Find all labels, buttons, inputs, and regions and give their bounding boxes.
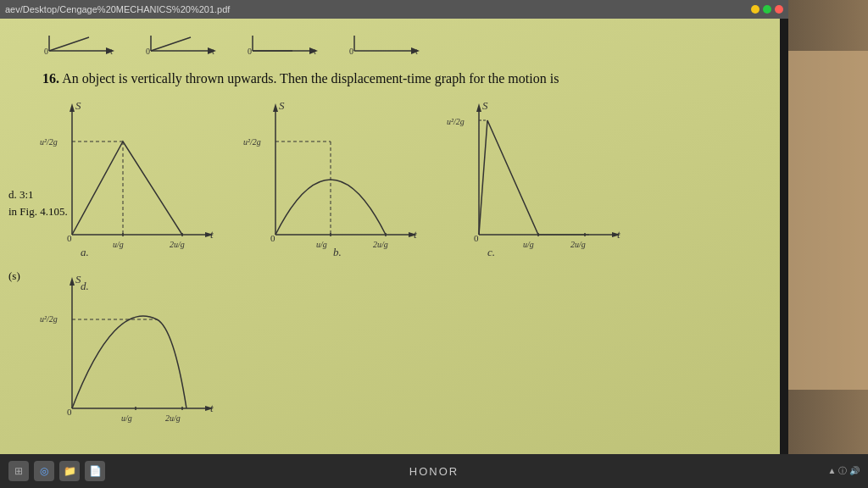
svg-marker-54 (476, 103, 481, 112)
taskbar-icon-files[interactable]: 📁 (59, 461, 80, 481)
strip-graph-1: 0 t (42, 29, 127, 56)
svg-text:u/g: u/g (113, 240, 124, 249)
svg-marker-39 (273, 103, 278, 112)
svg-text:t: t (210, 228, 214, 241)
svg-text:u²/2g: u²/2g (40, 137, 58, 147)
taskbar-icon-start[interactable]: ⊞ (8, 461, 29, 481)
close-icon[interactable] (775, 5, 783, 14)
taskbar-icon-browser[interactable]: ◎ (34, 461, 54, 481)
svg-text:2u/g: 2u/g (170, 240, 185, 249)
taskbar-right: ▲ ⓘ 🔊 (828, 465, 860, 477)
graphs-container: S t 0 u²/2g u/g 2u/g a. (38, 99, 763, 438)
svg-text:b.: b. (333, 246, 342, 258)
files-icon: 📁 (64, 465, 76, 478)
svg-line-11 (151, 37, 191, 51)
taskbar-icons: ⊞ ◎ 📁 📄 (8, 461, 105, 481)
right-content (788, 51, 868, 390)
svg-text:0: 0 (67, 233, 72, 243)
svg-text:S: S (482, 99, 488, 112)
svg-text:0: 0 (270, 233, 275, 243)
svg-text:2u/g: 2u/g (373, 240, 388, 249)
svg-text:0: 0 (67, 407, 72, 417)
svg-text:2u/g: 2u/g (570, 240, 586, 249)
svg-text:t: t (414, 228, 417, 241)
graph-a: S t 0 u²/2g u/g 2u/g a. (38, 99, 233, 264)
svg-text:t: t (212, 47, 214, 56)
svg-text:a.: a. (81, 246, 89, 258)
svg-text:c.: c. (487, 246, 495, 258)
question-block: 16. An object is vertically thrown upwar… (42, 68, 763, 90)
graph-b: S t 0 u²/2g u/g 2u/g b. (242, 99, 437, 264)
svg-text:0: 0 (474, 233, 479, 243)
svg-text:u/g: u/g (316, 240, 327, 249)
browser-topbar: aev/Desktop/Cengage%20MECHANICS%20%201.p… (0, 0, 788, 19)
svg-text:t: t (210, 402, 214, 414)
taskbar-time: ▲ ⓘ 🔊 (828, 465, 860, 477)
browser-icon: ◎ (40, 465, 48, 478)
svg-text:u/g: u/g (523, 240, 534, 249)
svg-line-5 (49, 37, 89, 51)
strip-graph-3: 0 t (246, 29, 331, 56)
svg-text:t: t (314, 47, 316, 56)
taskbar-icon-pdf[interactable]: 📄 (85, 461, 105, 481)
question-number: 16. (42, 71, 59, 86)
svg-text:S: S (279, 99, 285, 112)
taskbar: ⊞ ◎ 📁 📄 HONOR ▲ ⓘ 🔊 (0, 454, 868, 488)
svg-text:u²/2g: u²/2g (40, 314, 58, 324)
graph-d: S t 0 u²/2g u/g 2u/g d. (38, 273, 233, 438)
svg-text:u²/2g: u²/2g (447, 117, 465, 126)
svg-marker-69 (70, 277, 75, 286)
right-bezel (788, 0, 868, 488)
svg-text:0: 0 (44, 47, 48, 56)
graph-c: S t 0 u²/2g u/g 2u/g c. (445, 99, 640, 264)
svg-text:u²/2g: u²/2g (243, 137, 261, 147)
maximize-icon[interactable] (763, 5, 771, 14)
svg-text:0: 0 (146, 47, 150, 56)
svg-text:u/g: u/g (121, 413, 132, 423)
graph-b-svg: S t 0 u²/2g u/g 2u/g b. (242, 99, 437, 264)
brand-label: HONOR (409, 465, 459, 478)
pdf-icon: 📄 (89, 465, 102, 478)
svg-text:S: S (75, 99, 81, 112)
browser-title: aev/Desktop/Cengage%20MECHANICS%20%201.p… (5, 4, 230, 14)
start-icon: ⊞ (14, 465, 23, 478)
svg-text:t: t (415, 47, 418, 56)
graph-d-svg: S t 0 u²/2g u/g 2u/g d. (38, 273, 233, 438)
svg-text:0: 0 (349, 47, 353, 56)
svg-text:t: t (110, 47, 113, 56)
top-graph-strip: 0 t 0 t 0 t 0 t (42, 29, 763, 56)
strip-graph-4: 0 t (348, 29, 432, 56)
strip-graph-2: 0 t (144, 29, 229, 56)
window-controls (751, 5, 783, 14)
svg-text:d.: d. (81, 280, 89, 292)
svg-marker-24 (70, 103, 75, 112)
minimize-icon[interactable] (751, 5, 760, 14)
graph-a-svg: S t 0 u²/2g u/g 2u/g a. (38, 99, 233, 264)
svg-text:t: t (617, 228, 620, 241)
svg-text:2u/g: 2u/g (165, 413, 181, 423)
graph-c-svg: S t 0 u²/2g u/g 2u/g c. (445, 99, 640, 264)
content-area: 0 t 0 t 0 t 0 t 16. A (0, 19, 780, 459)
svg-text:0: 0 (248, 47, 252, 56)
question-text-content: An object is vertically thrown upwards. … (62, 71, 559, 86)
